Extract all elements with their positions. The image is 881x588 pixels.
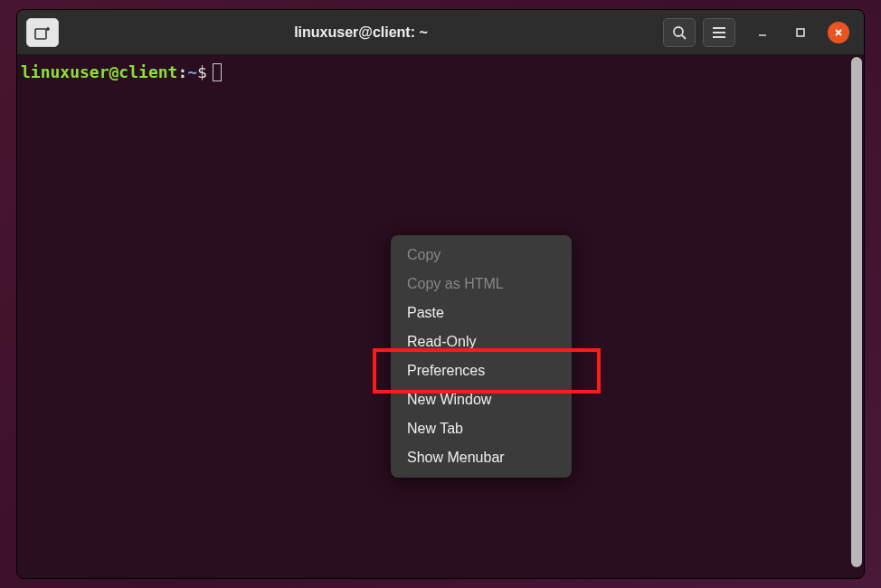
search-button[interactable] [663,18,696,47]
hamburger-menu-button[interactable] [703,18,735,47]
new-tab-button[interactable] [26,18,59,47]
svg-line-4 [682,35,686,39]
menu-item-read-only[interactable]: Read-Only [391,327,572,356]
menu-item-show-menubar[interactable]: Show Menubar [391,443,572,472]
prompt-line: linuxuser@client:~$ [21,62,860,81]
window-controls [752,22,849,43]
hamburger-icon [712,26,726,39]
menu-item-paste[interactable]: Paste [391,299,572,327]
maximize-button[interactable] [790,22,811,43]
menu-item-copy-as-html: Copy as HTML [391,270,572,299]
close-icon [833,27,844,38]
prompt-dollar: $ [197,62,207,81]
cursor [213,63,222,81]
maximize-icon [795,27,806,38]
prompt-user-host: linuxuser@client [21,62,177,81]
window-title: linuxuser@client: ~ [66,24,656,41]
menu-item-new-tab[interactable]: New Tab [391,414,572,443]
close-button[interactable] [828,22,849,43]
scrollbar[interactable] [851,57,862,567]
minimize-button[interactable] [752,22,773,43]
menu-item-new-window[interactable]: New Window [391,385,572,414]
minimize-icon [757,27,768,38]
context-menu: Copy Copy as HTML Paste Read-Only Prefer… [391,235,572,478]
svg-rect-9 [797,29,804,36]
titlebar: linuxuser@client: ~ [17,10,864,55]
new-tab-icon [34,25,51,40]
prompt-path: ~ [187,62,197,81]
prompt-colon: : [177,62,187,81]
menu-item-preferences[interactable]: Preferences [391,356,572,385]
svg-point-3 [674,27,683,36]
search-icon [672,25,687,40]
svg-rect-0 [35,29,46,39]
menu-item-copy: Copy [391,241,572,270]
